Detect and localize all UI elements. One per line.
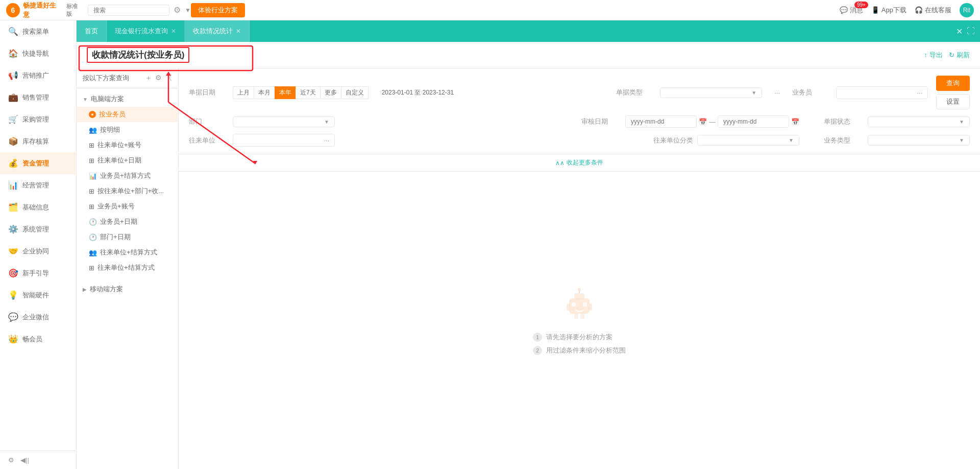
mobile-tree-section: ▶ 移动端方案: [77, 278, 178, 300]
settings-icon[interactable]: ⚙: [174, 5, 181, 15]
filter-panel: 单据日期 上月 本月 本年 近7天 更多 自定义 2023-01-01 至 20…: [179, 68, 980, 154]
tree-child-salesperson[interactable]: ● 按业务员: [77, 107, 178, 122]
refresh-btn[interactable]: ↻ 刷新: [949, 51, 970, 60]
app-download-btn[interactable]: 📱 App下载: [871, 6, 906, 15]
counterpart-more-icon[interactable]: ···: [324, 136, 329, 144]
review-date-start[interactable]: [625, 115, 697, 128]
sidebar-item-operations[interactable]: 📊 经营管理: [0, 174, 76, 196]
sidebar-item-newuser[interactable]: 🎯 新手引导: [0, 262, 76, 284]
tab-bar: 首页 现金银行流水查询 ✕ 收款情况统计 ✕ ✕ ⛶: [77, 20, 980, 42]
sidebar-item-basic-info[interactable]: 🗂️ 基础信息: [0, 196, 76, 218]
tree-parent-desktop[interactable]: ▼ 电脑端方案: [77, 91, 178, 107]
tree-child-salesperson-date[interactable]: 🕐 业务员+日期: [77, 214, 178, 229]
sidebar-item-search[interactable]: 🔍 搜索菜单: [0, 20, 76, 42]
review-date-end[interactable]: [718, 115, 789, 128]
collapse-panel-icon[interactable]: 《: [165, 74, 172, 83]
voucher-status-chevron: ▼: [959, 119, 964, 125]
tree-child-unit-settlement-1[interactable]: 👥 往来单位+结算方式: [77, 245, 178, 260]
search-bar[interactable]: [88, 5, 169, 16]
tab-collection-stats[interactable]: 收款情况统计 ✕: [185, 20, 250, 42]
brand-name: 畅捷通好生意: [23, 1, 61, 19]
tab-maximize-icon[interactable]: ⛶: [967, 27, 975, 36]
dropdown-icon[interactable]: ▼: [185, 7, 191, 14]
table-icon-2: ⊞: [89, 157, 94, 165]
bank-flow-label: 现金银行流水查询: [115, 27, 168, 36]
messages-btn[interactable]: 💬 消息 99+: [840, 6, 863, 15]
calendar-icon-2[interactable]: 📅: [791, 118, 799, 126]
settings-bottom-icon[interactable]: ⚙: [8, 456, 14, 464]
table-icon-3: ⊞: [89, 187, 94, 195]
try-industry-btn[interactable]: 体验行业方案: [191, 3, 245, 17]
tab-close-collection[interactable]: ✕: [236, 28, 241, 35]
date-btn-custom[interactable]: 自定义: [341, 86, 369, 99]
sidebar-item-purchase[interactable]: 🛒 采购管理: [0, 108, 76, 130]
sidebar-item-marketing[interactable]: 📢 营销推广: [0, 64, 76, 86]
biz-type-select[interactable]: ▼: [868, 135, 970, 146]
date-btn-this-year[interactable]: 本年: [275, 86, 296, 99]
sidebar-item-sales[interactable]: 💼 销售管理: [0, 86, 76, 108]
tree-child-detail[interactable]: 👥 按明细: [77, 122, 178, 137]
tree-child-unit-account[interactable]: ⊞ 往来单位+账号: [77, 137, 178, 153]
config-scheme-icon[interactable]: ⚙: [155, 74, 162, 83]
cart-icon: 🛒: [8, 114, 18, 124]
counterpart-cat-select[interactable]: ▼: [697, 135, 799, 146]
tree-label-salesperson-date: 业务员+日期: [100, 217, 137, 226]
tab-home[interactable]: 首页: [77, 20, 107, 42]
sidebar-label-hardware: 智能硬件: [22, 291, 49, 300]
review-date-range: 📅 — 📅: [625, 115, 799, 128]
chart-icon: 📊: [8, 180, 18, 190]
query-button[interactable]: 查询: [936, 76, 970, 91]
calendar-icon-1[interactable]: 📅: [699, 118, 707, 126]
biz-type-chevron: ▼: [959, 137, 964, 143]
sidebar-item-hardware[interactable]: 💡 智能硬件: [0, 284, 76, 306]
tree-label-salesperson-account: 业务员+账号: [97, 202, 135, 211]
dept-select[interactable]: ▼: [233, 116, 335, 127]
sidebar-label-basic-info: 基础信息: [22, 203, 49, 212]
svg-rect-8: [574, 314, 578, 319]
user-avatar[interactable]: Rit: [960, 3, 974, 17]
date-btn-7days[interactable]: 近7天: [296, 86, 320, 99]
counterpart-select[interactable]: ···: [233, 134, 335, 147]
tree-child-salesperson-payment[interactable]: 📊 业务员+结算方式: [77, 168, 178, 183]
tree-child-unit-date[interactable]: ⊞ 往来单位+日期: [77, 153, 178, 168]
export-btn[interactable]: ↑ 导出: [924, 51, 943, 60]
tab-close-window-icon[interactable]: ✕: [956, 27, 963, 36]
more-options-icon[interactable]: ···: [774, 89, 780, 97]
tree-child-unit-dept[interactable]: ⊞ 按往来单位+部门+收...: [77, 183, 178, 199]
target-icon: 🎯: [8, 268, 18, 278]
sidebar-item-quicknav[interactable]: 🏠 快捷导航: [0, 42, 76, 64]
empty-step-2: 2 用过滤条件来缩小分析范围: [533, 346, 626, 355]
people-icon-2: 👥: [89, 249, 97, 256]
sidebar-label-purchase: 采购管理: [22, 115, 49, 124]
collapse-bar[interactable]: ∧∧ 收起更多条件: [179, 154, 980, 172]
voucher-type-select[interactable]: ▼: [660, 87, 762, 98]
sidebar-label-marketing: 营销推广: [22, 71, 49, 80]
sidebar-item-system[interactable]: ⚙️ 系统管理: [0, 218, 76, 240]
sidebar-item-collab[interactable]: 🤝 企业协同: [0, 240, 76, 262]
top-bar-right: 💬 消息 99+ 📱 App下载 🎧 在线客服 Rit: [840, 3, 974, 17]
salesperson-select[interactable]: ···: [836, 86, 928, 99]
filter-row-2: 部门 ▼ 审核日期 📅 — 📅: [189, 115, 970, 128]
sidebar: 🔍 搜索菜单 🏠 快捷导航 📢 营销推广 💼 销售管理 🛒 采购管理 📦 库存核…: [0, 20, 77, 469]
online-service-btn[interactable]: 🎧 在线客服: [915, 6, 951, 15]
sidebar-item-inventory[interactable]: 📦 库存核算: [0, 130, 76, 152]
settings-button[interactable]: 设置: [936, 94, 970, 109]
voucher-status-select[interactable]: ▼: [868, 116, 970, 127]
tree-child-dept-date[interactable]: 🕐 部门+日期: [77, 229, 178, 245]
megaphone-icon: 📢: [8, 71, 18, 80]
tab-close-bank[interactable]: ✕: [171, 28, 176, 35]
date-btn-more[interactable]: 更多: [320, 86, 341, 99]
add-scheme-icon[interactable]: ＋: [145, 74, 152, 83]
tab-bank-flow[interactable]: 现金银行流水查询 ✕: [107, 20, 185, 42]
tree-parent-mobile[interactable]: ▶ 移动端方案: [77, 282, 178, 297]
sidebar-item-wechat[interactable]: 💬 企业微信: [0, 306, 76, 328]
tab-bar-right: ✕ ⛶: [956, 27, 980, 36]
tree-child-unit-settlement-2[interactable]: ⊞ 往来单位+结算方式: [77, 260, 178, 275]
date-filter-label: 单据日期: [189, 88, 225, 97]
sidebar-item-finance[interactable]: 💰 资金管理: [0, 152, 76, 174]
collapse-icon[interactable]: ◀||: [20, 456, 29, 464]
date-btn-last-month[interactable]: 上月: [233, 86, 254, 99]
date-btn-this-month[interactable]: 本月: [254, 86, 275, 99]
tree-child-salesperson-account[interactable]: ⊞ 业务员+账号: [77, 199, 178, 214]
sidebar-item-vip[interactable]: 👑 畅会员: [0, 328, 76, 350]
